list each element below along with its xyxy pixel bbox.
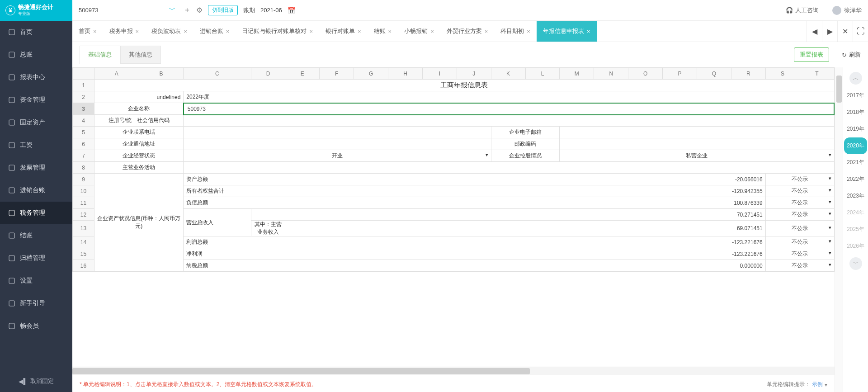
- col-H[interactable]: H: [388, 68, 423, 80]
- status-select[interactable]: 开业: [184, 150, 491, 162]
- col-N[interactable]: N: [594, 68, 628, 80]
- col-R[interactable]: R: [731, 68, 765, 80]
- row-10[interactable]: 10: [73, 185, 94, 197]
- col-G[interactable]: G: [354, 68, 388, 80]
- unpin-button[interactable]: ◀▌ 取消固定: [0, 370, 72, 392]
- holding-select[interactable]: 私营企业: [560, 150, 834, 162]
- col-L[interactable]: L: [525, 68, 560, 80]
- col-O[interactable]: O: [628, 68, 663, 80]
- row-15[interactable]: 15: [73, 248, 94, 260]
- tab-税务申报[interactable]: 税务申报×: [103, 21, 146, 42]
- refresh-button[interactable]: ↻ 刷新: [842, 51, 861, 59]
- row-14[interactable]: 14: [73, 236, 94, 248]
- sidebar-item-fund[interactable]: 资金管理: [0, 89, 72, 111]
- tab-close[interactable]: ×: [309, 28, 313, 35]
- tab-进销台账[interactable]: 进销台账×: [193, 21, 236, 42]
- sidebar-item-salary[interactable]: 工资: [0, 134, 72, 156]
- row-16[interactable]: 16: [73, 260, 94, 272]
- subtab-other[interactable]: 其他信息: [120, 46, 161, 64]
- year-prev[interactable]: ︿: [849, 72, 862, 85]
- sidebar-item-invoice[interactable]: 发票管理: [0, 156, 72, 179]
- add-icon[interactable]: ＋: [184, 5, 191, 15]
- year-2025年[interactable]: 2025年: [844, 221, 867, 238]
- sidebar-item-close[interactable]: 结账: [0, 224, 72, 247]
- row-11[interactable]: 11: [73, 197, 94, 209]
- year-2020年[interactable]: 2020年: [844, 137, 867, 154]
- year-2024年[interactable]: 2024年: [844, 204, 867, 221]
- v-scrollbar[interactable]: [835, 67, 843, 392]
- row-1[interactable]: 1: [73, 80, 94, 91]
- example-dropdown-icon[interactable]: ▾: [825, 382, 827, 388]
- tab-银行对账单[interactable]: 银行对账单×: [319, 21, 368, 42]
- tab-close[interactable]: ×: [184, 28, 187, 35]
- tabs-close-all[interactable]: ✕: [837, 21, 853, 42]
- sidebar-item-guide[interactable]: 新手引导: [0, 292, 72, 315]
- col-K[interactable]: K: [491, 68, 525, 80]
- subtab-basic[interactable]: 基础信息: [80, 46, 120, 64]
- col-P[interactable]: P: [663, 68, 697, 80]
- col-T[interactable]: T: [800, 68, 834, 80]
- sidebar-item-psi[interactable]: 进销台账: [0, 179, 72, 202]
- corner-cell[interactable]: [73, 68, 94, 80]
- row-13[interactable]: 13: [73, 221, 94, 236]
- tab-结账[interactable]: 结账×: [368, 21, 398, 42]
- user-menu[interactable]: 徐泽华: [832, 6, 862, 15]
- year-2022年[interactable]: 2022年: [844, 171, 867, 188]
- row-9[interactable]: 9: [73, 174, 94, 185]
- tab-外贸行业方案[interactable]: 外贸行业方案×: [440, 21, 495, 42]
- tab-年报信息申报表[interactable]: 年报信息申报表×: [537, 21, 597, 42]
- col-A[interactable]: A: [94, 68, 139, 80]
- year-next[interactable]: ﹀: [849, 257, 862, 270]
- old-version-button[interactable]: 切到旧版: [208, 5, 238, 15]
- tab-close[interactable]: ×: [527, 28, 530, 35]
- year-2018年[interactable]: 2018年: [844, 104, 867, 121]
- tab-close[interactable]: ×: [136, 28, 139, 35]
- col-E[interactable]: E: [285, 68, 320, 80]
- tab-科目期初[interactable]: 科目期初×: [494, 21, 537, 42]
- year-2023年[interactable]: 2023年: [844, 188, 867, 204]
- h-scrollbar[interactable]: [72, 367, 835, 375]
- row-12[interactable]: 12: [73, 209, 94, 221]
- company-select[interactable]: 500973 ﹀: [79, 6, 178, 14]
- regen-button[interactable]: 重置报表: [794, 47, 829, 62]
- year-2017年[interactable]: 2017年: [844, 87, 867, 104]
- fullscreen-icon[interactable]: ⛶: [853, 21, 868, 42]
- col-C[interactable]: C: [184, 68, 251, 80]
- tabs-prev[interactable]: ◀: [807, 21, 822, 42]
- year-2021年[interactable]: 2021年: [844, 154, 867, 171]
- col-S[interactable]: S: [765, 68, 800, 80]
- sidebar-item-vip[interactable]: 畅会员: [0, 315, 72, 337]
- col-J[interactable]: J: [457, 68, 491, 80]
- col-B[interactable]: B: [139, 68, 184, 80]
- row-6[interactable]: 6: [73, 138, 94, 150]
- gear-icon[interactable]: ⚙: [196, 6, 203, 14]
- row-2[interactable]: 2: [73, 91, 94, 103]
- col-D[interactable]: D: [251, 68, 285, 80]
- col-M[interactable]: M: [560, 68, 594, 80]
- company-name-cell[interactable]: 500973: [184, 103, 834, 115]
- calendar-icon[interactable]: 📅: [288, 7, 295, 14]
- sidebar-item-archive[interactable]: 归档管理: [0, 247, 72, 269]
- tab-日记账与银行对账单核对[interactable]: 日记账与银行对账单核对×: [236, 21, 319, 42]
- sidebar-item-report[interactable]: 报表中心: [0, 66, 72, 89]
- spreadsheet[interactable]: ABCDEFGHIJKLMNOPQRST1工商年报信息表2undefined20…: [72, 67, 835, 367]
- tab-close[interactable]: ×: [358, 28, 361, 35]
- row-3[interactable]: 3: [73, 103, 94, 115]
- row-4[interactable]: 4: [73, 115, 94, 127]
- row-5[interactable]: 5: [73, 127, 94, 138]
- support-link[interactable]: 🎧 人工咨询: [786, 6, 819, 14]
- sidebar-item-asset[interactable]: 固定资产: [0, 111, 72, 134]
- year-2026年[interactable]: 2026年: [844, 238, 867, 255]
- row-8[interactable]: 8: [73, 162, 94, 174]
- year-2019年[interactable]: 2019年: [844, 121, 867, 137]
- col-Q[interactable]: Q: [697, 68, 731, 80]
- col-F[interactable]: F: [320, 68, 354, 80]
- tabs-next[interactable]: ▶: [822, 21, 837, 42]
- sidebar-item-setting[interactable]: 设置: [0, 269, 72, 292]
- tab-close[interactable]: ×: [587, 28, 590, 35]
- tab-close[interactable]: ×: [93, 28, 97, 35]
- example-link[interactable]: 示例: [812, 381, 823, 388]
- sidebar-item-home[interactable]: 首页: [0, 21, 72, 43]
- tab-close[interactable]: ×: [226, 28, 230, 35]
- tab-close[interactable]: ×: [485, 28, 488, 35]
